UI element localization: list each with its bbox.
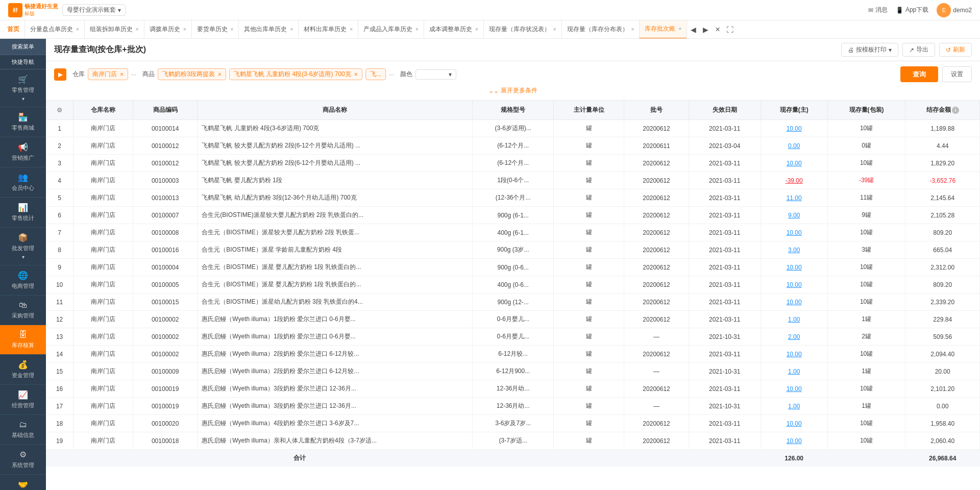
color-dropdown[interactable]: ▾ <box>415 69 456 80</box>
cell-stock-main[interactable]: 10.00 <box>761 259 827 276</box>
info-icon[interactable]: i <box>952 107 959 114</box>
cell-expire: 2021-03-11 <box>689 276 761 293</box>
expand-conditions-btn[interactable]: ⌄⌄ 展开更多条件 <box>482 86 544 95</box>
tab-close-all-btn[interactable]: × <box>712 20 724 39</box>
tab-close-icon[interactable]: × <box>231 27 234 32</box>
warehouse-filter: 仓库 南岸门店 × ··· <box>72 68 136 80</box>
tab-cailiao[interactable]: 材料出库单历史 × <box>299 20 358 39</box>
cell-stock-main[interactable]: 10.00 <box>761 415 827 432</box>
tab-close-icon[interactable]: × <box>136 27 139 32</box>
app-download-btn[interactable]: 📱 App下载 <box>896 6 928 14</box>
cell-stock-main[interactable]: -39.00 <box>761 172 827 189</box>
cell-stock-main[interactable]: 10.00 <box>761 276 827 293</box>
tab-close-icon[interactable]: × <box>678 26 681 32</box>
product-more[interactable]: ··· <box>389 71 394 78</box>
sidebar-item-inventory[interactable]: 🗄 库存核算 <box>0 325 46 355</box>
tab-next-btn[interactable]: ▶ <box>699 20 712 39</box>
tab-close-icon[interactable]: × <box>553 27 556 32</box>
tab-home[interactable]: 首页 <box>2 20 25 39</box>
tab-prev-btn[interactable]: ◀ <box>687 20 699 39</box>
tab-close-icon[interactable]: × <box>183 27 186 32</box>
tab-close-icon[interactable]: × <box>415 27 419 32</box>
gear-icon[interactable]: ⚙ <box>57 107 62 114</box>
sidebar-quick-nav[interactable]: 快捷导航 <box>0 55 46 69</box>
tab-close-icon[interactable]: × <box>350 27 353 32</box>
print-btn[interactable]: 🖨 按模板打印 ▾ <box>841 43 898 57</box>
sidebar-item-basic[interactable]: 🗂 基础信息 <box>0 415 46 445</box>
sidebar-item-system[interactable]: ⚙ 系统管理 <box>0 445 46 475</box>
sidebar-item-retail-mgmt[interactable]: 🛒 零售管理 ▾ <box>0 69 46 107</box>
cell-stock-main[interactable]: 10.00 <box>761 432 827 450</box>
sidebar-item-ops[interactable]: 📈 经营管理 <box>0 385 46 415</box>
refresh-btn[interactable]: ↺ 刷新 <box>939 43 972 57</box>
cell-product-name: 惠氏启鳗（Wyeth illuma）2段奶粉 爱尔兰进口 6-12月较... <box>198 363 473 380</box>
filter-expand-btn[interactable]: ▶ <box>54 68 66 81</box>
cell-stock-main[interactable]: 11.00 <box>761 189 827 207</box>
user-menu[interactable]: E demo2 <box>937 3 972 17</box>
sidebar-item-retail-mall[interactable]: 🏪 零售商城 <box>0 107 46 137</box>
query-btn[interactable]: 查询 <box>900 66 938 82</box>
message-btn[interactable]: ✉ 消息 <box>868 6 888 14</box>
cell-stock-main[interactable]: 2.00 <box>761 328 827 346</box>
sidebar-search[interactable]: 搜索菜单 <box>0 39 46 55</box>
chevron-down-icon: ⌄⌄ <box>488 87 499 94</box>
tab-chanpin[interactable]: 产成品入库单历史 × <box>358 20 424 39</box>
table-container[interactable]: ⚙ 仓库名称 商品编码 商品名称 规格型号 主计量单位 批号 失效日期 现存量(… <box>46 101 980 490</box>
sidebar-item-finance[interactable]: 💰 资金管理 <box>0 355 46 385</box>
tab-close-icon[interactable]: × <box>631 27 634 32</box>
cell-stock-main[interactable]: 9.00 <box>761 207 827 224</box>
setting-btn[interactable]: 设置 <box>942 66 972 82</box>
sidebar-item-wholesale[interactable]: 📦 批发管理 ▾ <box>0 228 46 265</box>
cell-index: 15 <box>46 363 74 380</box>
product-tag-1[interactable]: 飞鹤奶粉3段两提装 × <box>158 68 226 80</box>
tab-tiao-bo[interactable]: 调拨单历史 × <box>144 20 192 39</box>
cell-stock-main[interactable]: 10.00 <box>761 155 827 172</box>
export-btn[interactable]: ↗ 导出 <box>902 43 935 57</box>
remove-product2-icon[interactable]: × <box>354 71 358 78</box>
cell-stock-main[interactable]: 0.00 <box>761 137 827 155</box>
warehouse-more[interactable]: ··· <box>131 71 136 78</box>
sidebar-item-marketing[interactable]: 📢 营销推广 <box>0 137 46 167</box>
message-icon: ✉ <box>868 7 873 14</box>
remove-warehouse-icon[interactable]: × <box>120 71 124 78</box>
cell-stock-main[interactable]: 1.00 <box>761 363 827 380</box>
cell-stock-main[interactable]: 10.00 <box>761 293 827 311</box>
tab-xiancun-fen[interactable]: 现存量（库存分布表） × <box>562 20 640 39</box>
product-tag-extra[interactable]: 飞... <box>365 68 386 80</box>
cell-stock-main[interactable]: 1.00 <box>761 311 827 328</box>
tab-fen-pan[interactable]: 分量盘点单历史 × <box>25 20 85 39</box>
cell-warehouse: 南岸门店 <box>74 241 133 259</box>
cell-unit: 罐 <box>554 398 624 415</box>
tab-chengben[interactable]: 成本调整单历史 × <box>424 20 484 39</box>
tab-close-icon[interactable]: × <box>290 27 293 32</box>
tab-close-icon[interactable]: × <box>475 27 478 32</box>
sidebar-item-enterprise[interactable]: 🤝 企业协同 <box>0 475 46 490</box>
tab-zu-zhuang[interactable]: 组装拆卸单历史 × <box>85 20 144 39</box>
tab-yao-huo[interactable]: 要货单历史 × <box>192 20 239 39</box>
remove-product1-icon[interactable]: × <box>218 71 222 78</box>
tab-maximize-btn[interactable]: ⛶ <box>724 20 736 39</box>
tab-qita[interactable]: 其他出库单历史 × <box>239 20 299 39</box>
warehouse-tag[interactable]: 南岸门店 × <box>88 68 128 80</box>
cell-stock-main[interactable]: 3.00 <box>761 241 827 259</box>
cell-stock-main[interactable]: 10.00 <box>761 380 827 398</box>
cell-stock-main[interactable]: 10.00 <box>761 346 827 363</box>
tab-kucun-pici[interactable]: 库存批次账 × <box>640 20 687 39</box>
industry-selector[interactable]: 母婴行业演示账套 ▾ <box>62 4 126 16</box>
cell-stock-main[interactable]: 10.00 <box>761 224 827 241</box>
enterprise-icon: 🤝 <box>18 480 28 489</box>
cell-stock-main[interactable]: 10.00 <box>761 120 827 137</box>
page-header: 现存量查询(按仓库+批次) 🖨 按模板打印 ▾ ↗ 导出 ↺ 刷新 <box>46 39 980 61</box>
product-tag-2[interactable]: 飞鹤星飞帆 儿童奶粉 4段(3-6岁适用) 700克 × <box>229 68 362 80</box>
tab-close-icon[interactable]: × <box>76 27 79 32</box>
sidebar-item-ecommerce[interactable]: 🌐 电商管理 <box>0 265 46 296</box>
tab-xiancun-ku[interactable]: 现存量（库存状况表） × <box>484 20 562 39</box>
sidebar-item-retail-stats[interactable]: 📊 零售统计 <box>0 198 46 228</box>
th-gear[interactable]: ⚙ <box>46 101 74 120</box>
sidebar-item-member[interactable]: 👥 会员中心 <box>0 167 46 198</box>
cell-batch: 20200612 <box>624 189 689 207</box>
cell-product-code: 00100004 <box>133 259 197 276</box>
cell-unit: 罐 <box>554 189 624 207</box>
sidebar-item-purchase[interactable]: 🛍 采购管理 <box>0 296 46 325</box>
cell-stock-main[interactable]: 1.00 <box>761 398 827 415</box>
